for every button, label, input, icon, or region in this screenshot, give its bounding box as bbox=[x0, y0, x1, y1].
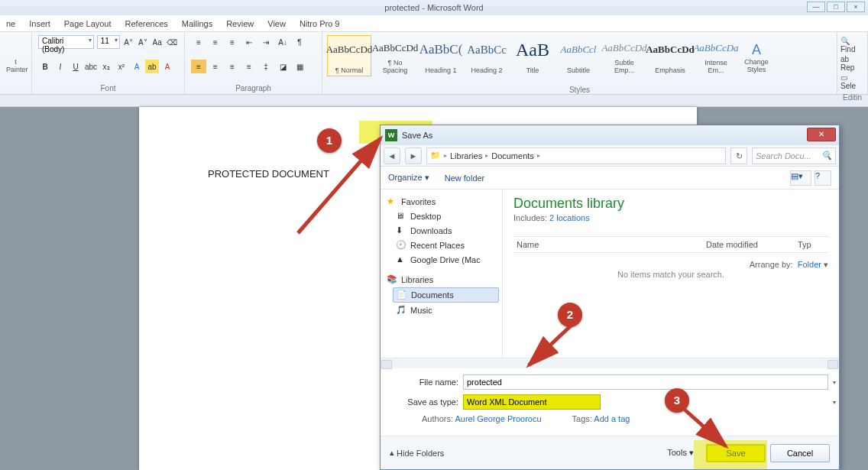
replace-button[interactable]: ab Rep bbox=[840, 55, 864, 72]
linespace-icon[interactable]: ‡ bbox=[258, 60, 274, 73]
savetype-select[interactable]: Word XML Document bbox=[463, 394, 601, 410]
hide-folders[interactable]: ▴Hide Folders bbox=[390, 448, 444, 458]
style-title[interactable]: AaBTitle bbox=[510, 35, 555, 76]
dialog-titlebar[interactable]: W Save As ✕ bbox=[381, 125, 839, 145]
crumb-documents[interactable]: Documents bbox=[491, 151, 534, 160]
text-effects-icon[interactable]: A bbox=[130, 60, 144, 73]
change-styles[interactable]: AChange Styles bbox=[740, 39, 773, 73]
tab-nitro[interactable]: Nitro Pro 9 bbox=[298, 18, 342, 30]
justify-icon[interactable]: ≡ bbox=[241, 60, 257, 73]
bullets-icon[interactable]: ≡ bbox=[191, 35, 206, 49]
col-type[interactable]: Typ bbox=[798, 240, 828, 249]
dialog-close-button[interactable]: ✕ bbox=[807, 128, 836, 141]
refresh-button[interactable]: ↻ bbox=[730, 147, 747, 164]
nav-favorites[interactable]: ★Favorites bbox=[384, 195, 499, 209]
align-center-icon[interactable]: ≡ bbox=[208, 60, 223, 73]
nav-downloads[interactable]: ⬇Downloads bbox=[384, 224, 499, 238]
authors-label: Authors: bbox=[422, 414, 453, 423]
align-left-icon[interactable]: ≡ bbox=[191, 60, 206, 73]
find-button[interactable]: 🔍 Find bbox=[840, 37, 864, 53]
underline-icon[interactable]: U bbox=[69, 60, 83, 73]
col-date[interactable]: Date modified bbox=[706, 240, 798, 249]
subscript-icon[interactable]: x₂ bbox=[99, 60, 113, 73]
sort-icon[interactable]: A↓ bbox=[275, 35, 290, 49]
titlebar: protected - Microsoft Word — □ × bbox=[0, 0, 868, 15]
window-title: protected - Microsoft Word bbox=[384, 3, 483, 12]
borders-icon[interactable]: ▦ bbox=[292, 60, 307, 73]
nav-tree[interactable]: ★Favorites 🖥Desktop ⬇Downloads 🕘Recent P… bbox=[381, 190, 503, 358]
bold-icon[interactable]: B bbox=[38, 60, 52, 73]
tools-menu[interactable]: Tools ▾ bbox=[667, 448, 694, 458]
numbering-icon[interactable]: ≡ bbox=[208, 35, 223, 49]
grow-font-icon[interactable]: A˄ bbox=[123, 35, 134, 49]
h-scrollbar[interactable] bbox=[381, 358, 839, 368]
col-name[interactable]: Name bbox=[513, 240, 706, 249]
arrange-by[interactable]: Arrange by: Folder ▾ bbox=[750, 260, 828, 270]
maximize-button[interactable]: □ bbox=[827, 2, 845, 12]
tab-pagelayout[interactable]: Page Layout bbox=[63, 18, 113, 30]
filename-input[interactable]: protected▾ bbox=[463, 374, 828, 390]
nav-music[interactable]: 🎵Music bbox=[384, 303, 499, 317]
clear-format-icon[interactable]: ⌫ bbox=[166, 35, 178, 49]
minimize-button[interactable]: — bbox=[807, 2, 825, 12]
empty-message: No items match your search. bbox=[513, 270, 828, 279]
styles-gallery[interactable]: AaBbCcDd¶ Normal AaBbCcDd¶ No Spacing Aa… bbox=[322, 32, 837, 79]
cancel-button[interactable]: Cancel bbox=[770, 444, 830, 462]
tab-view[interactable]: View bbox=[266, 18, 287, 30]
back-button[interactable]: ◄ bbox=[384, 147, 400, 164]
nav-recent[interactable]: 🕘Recent Places bbox=[384, 238, 499, 252]
style-heading2[interactable]: AaBbCcHeading 2 bbox=[465, 35, 509, 76]
authors-link[interactable]: Aurel George Proorocu bbox=[455, 414, 541, 423]
style-emphasis[interactable]: AaBbCcDdEmphasis bbox=[648, 35, 692, 76]
dialog-toolbar: Organize ▾ New folder ▤▾ ? bbox=[381, 167, 839, 190]
breadcrumb[interactable]: 📁 ▸ Libraries ▸ Documents ▸ bbox=[426, 147, 726, 164]
dialog-title: Save As bbox=[402, 131, 432, 140]
align-right-icon[interactable]: ≡ bbox=[225, 60, 240, 73]
forward-button[interactable]: ► bbox=[405, 147, 422, 164]
style-normal[interactable]: AaBbCcDd¶ Normal bbox=[327, 35, 371, 76]
tags-link[interactable]: Add a tag bbox=[594, 414, 630, 423]
form-area: File name: protected▾ Save as type: Word… bbox=[381, 368, 839, 428]
close-button[interactable]: × bbox=[847, 2, 865, 12]
nav-documents[interactable]: 📄Documents bbox=[393, 287, 499, 303]
indent-inc-icon[interactable]: ⇥ bbox=[258, 35, 274, 49]
font-name-select[interactable]: Calibri (Body) bbox=[38, 35, 94, 49]
multilevel-icon[interactable]: ≡ bbox=[225, 35, 240, 49]
help-button[interactable]: ? bbox=[815, 170, 831, 186]
style-subtleemp[interactable]: AaBbCcDdSubtle Emp... bbox=[602, 35, 646, 76]
shrink-font-icon[interactable]: A˅ bbox=[137, 35, 148, 49]
style-nospacing[interactable]: AaBbCcDd¶ No Spacing bbox=[373, 35, 417, 76]
tab-review[interactable]: Review bbox=[225, 18, 255, 30]
font-color-icon[interactable]: A bbox=[160, 60, 174, 73]
search-input[interactable]: Search Docu...🔍 bbox=[752, 147, 836, 164]
showmarks-icon[interactable]: ¶ bbox=[292, 35, 307, 49]
style-heading1[interactable]: AaBbC(Heading 1 bbox=[419, 35, 463, 76]
change-case-icon[interactable]: Aa bbox=[151, 35, 163, 49]
save-button[interactable]: Save bbox=[706, 444, 766, 462]
style-intenseem[interactable]: AaBbCcDaIntense Em... bbox=[694, 35, 738, 76]
column-headers[interactable]: Name Date modified Typ bbox=[513, 236, 828, 253]
italic-icon[interactable]: I bbox=[53, 60, 67, 73]
new-folder-button[interactable]: New folder bbox=[445, 173, 485, 183]
strike-icon[interactable]: abc bbox=[84, 60, 98, 73]
nav-gdrive[interactable]: ▲Google Drive (Mac bbox=[384, 253, 499, 267]
nav-libraries[interactable]: 📚Libraries bbox=[384, 273, 499, 287]
tab-mailings[interactable]: Mailings bbox=[180, 18, 214, 30]
superscript-icon[interactable]: x² bbox=[115, 60, 128, 73]
shading-icon[interactable]: ◪ bbox=[275, 60, 290, 73]
nav-desktop[interactable]: 🖥Desktop bbox=[384, 209, 499, 223]
crumb-libraries[interactable]: Libraries bbox=[450, 151, 482, 160]
tab-insert[interactable]: Insert bbox=[28, 18, 52, 30]
style-subtitle[interactable]: AaBbCclSubtitle bbox=[556, 35, 601, 76]
organize-menu[interactable]: Organize ▾ bbox=[388, 173, 429, 183]
includes-link[interactable]: 2 locations bbox=[549, 213, 590, 222]
word-icon: W bbox=[385, 129, 397, 141]
font-size-select[interactable]: 11 bbox=[97, 35, 120, 49]
indent-dec-icon[interactable]: ⇤ bbox=[241, 35, 257, 49]
tab-references[interactable]: References bbox=[124, 18, 170, 30]
view-button[interactable]: ▤▾ bbox=[790, 170, 811, 186]
format-painter[interactable]: t Painter bbox=[6, 58, 25, 73]
tab-home[interactable]: ne bbox=[5, 18, 17, 30]
select-button[interactable]: ▭ Sele bbox=[840, 73, 864, 90]
highlight-icon[interactable]: ab bbox=[145, 60, 159, 73]
